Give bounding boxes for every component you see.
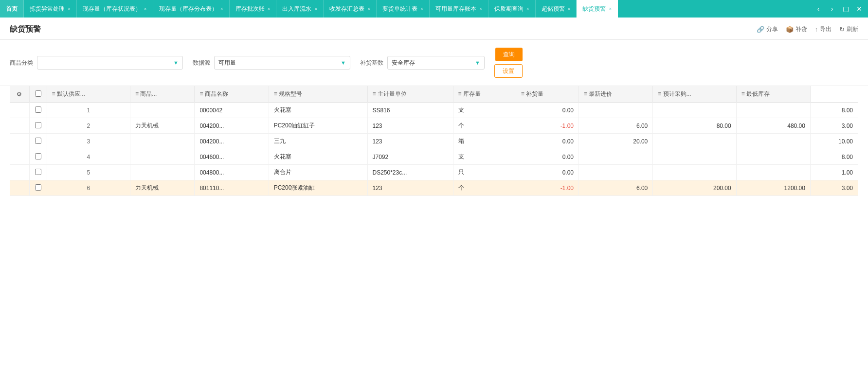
row-checkbox-cell[interactable] bbox=[29, 103, 47, 118]
row-latest-price: 80.00 bbox=[653, 118, 736, 134]
col-gear[interactable]: ⚙ bbox=[10, 86, 29, 103]
col-est-purchase[interactable]: ≡ 预计采购... bbox=[653, 86, 736, 103]
col-code[interactable]: ≡ 商品... bbox=[130, 86, 194, 103]
col-min-stock[interactable]: ≡ 最低库存 bbox=[736, 86, 810, 103]
close-tab-expiry[interactable]: × bbox=[526, 6, 529, 12]
right-controls: 查询 设置 bbox=[494, 48, 523, 78]
row-checkbox[interactable] bbox=[35, 153, 41, 159]
table-container: ⚙ ≡ 默认供应... ≡ 商品... ≡ 商品名称 ≡ bbox=[0, 86, 868, 196]
col-spec[interactable]: ≡ 规格型号 bbox=[269, 86, 367, 103]
close-tab-stock-dist[interactable]: × bbox=[220, 6, 223, 12]
col-name[interactable]: ≡ 商品名称 bbox=[195, 86, 269, 103]
col-check[interactable] bbox=[29, 86, 47, 103]
row-gear-cell bbox=[10, 118, 29, 134]
datasource-value: 可用量 bbox=[218, 59, 236, 67]
select-all-checkbox[interactable] bbox=[35, 90, 41, 97]
datasource-filter-group: 数据源 可用量 ▼ bbox=[193, 56, 350, 70]
row-checkbox[interactable] bbox=[35, 138, 41, 144]
export-button[interactable]: ↑ 导出 bbox=[815, 25, 832, 34]
supplement-button[interactable]: 📦 补货 bbox=[786, 25, 807, 34]
supplement-base-select[interactable]: 安全库存 ▼ bbox=[387, 56, 485, 70]
row-checkbox-cell[interactable] bbox=[29, 165, 47, 180]
close-tab-collect[interactable]: × bbox=[367, 6, 370, 12]
row-min-stock: 8.00 bbox=[810, 103, 858, 118]
refresh-icon: ↻ bbox=[839, 26, 845, 33]
close-tab-abnormal[interactable]: × bbox=[68, 6, 71, 12]
row-checkbox-cell[interactable] bbox=[29, 149, 47, 165]
category-select[interactable]: ▼ bbox=[37, 56, 183, 70]
nav-prev-btn[interactable]: ‹ bbox=[812, 2, 825, 16]
tab-overstock[interactable]: 超储预警 × bbox=[536, 0, 577, 18]
row-checkbox-cell[interactable] bbox=[29, 118, 47, 134]
close-tab-overstock[interactable]: × bbox=[568, 6, 571, 12]
row-gear-cell bbox=[10, 134, 29, 149]
row-checkbox[interactable] bbox=[35, 122, 41, 128]
row-spec: J7092 bbox=[367, 149, 453, 165]
row-supplement bbox=[579, 165, 652, 180]
row-latest-price bbox=[653, 103, 736, 118]
col-supplier[interactable]: ≡ 默认供应... bbox=[47, 86, 130, 103]
table-row: 4004600...火花塞J7092支0.008.00 bbox=[10, 149, 858, 165]
row-code: 004600... bbox=[195, 149, 269, 165]
data-table: ⚙ ≡ 默认供应... ≡ 商品... ≡ 商品名称 ≡ bbox=[10, 86, 858, 196]
nav-next-btn[interactable]: › bbox=[825, 2, 839, 16]
row-checkbox[interactable] bbox=[35, 106, 41, 113]
col-unit[interactable]: ≡ 主计量单位 bbox=[367, 86, 453, 103]
row-est-purchase: 1200.00 bbox=[736, 180, 810, 196]
tab-abnormal[interactable]: 拣货异常处理 × bbox=[24, 0, 77, 18]
page-header: 缺货预警 🔗 分享 📦 补货 ↑ 导出 ↻ 刷新 bbox=[0, 18, 868, 40]
datasource-arrow-icon: ▼ bbox=[341, 60, 346, 66]
row-checkbox-cell[interactable] bbox=[29, 134, 47, 149]
tab-collect[interactable]: 收发存汇总表 × bbox=[324, 0, 377, 18]
close-tab-inout[interactable]: × bbox=[314, 6, 317, 12]
tab-batch[interactable]: 库存批次账 × bbox=[230, 0, 277, 18]
row-name: 三九 bbox=[269, 134, 367, 149]
tab-shortage[interactable]: 缺货预警 × bbox=[577, 0, 618, 18]
share-button[interactable]: 🔗 分享 bbox=[757, 25, 778, 34]
nav-close-btn[interactable]: ✕ bbox=[852, 2, 866, 16]
close-tab-shortage[interactable]: × bbox=[609, 6, 612, 12]
row-spec: DS250*23c... bbox=[367, 165, 453, 180]
col-spec-label: ≡ 规格型号 bbox=[274, 90, 302, 97]
nav-controls: ‹ › ▢ ✕ bbox=[812, 2, 868, 16]
row-code: 004200... bbox=[195, 118, 269, 134]
share-icon: 🔗 bbox=[757, 26, 764, 33]
row-checkbox-cell[interactable] bbox=[29, 180, 47, 196]
row-unit: 支 bbox=[453, 103, 516, 118]
tab-stock-status[interactable]: 现存量（库存状况表） × bbox=[77, 0, 153, 18]
query-button[interactable]: 查询 bbox=[495, 48, 523, 61]
col-est-purchase-label: ≡ 预计采购... bbox=[658, 90, 691, 97]
refresh-button[interactable]: ↻ 刷新 bbox=[839, 25, 858, 34]
row-checkbox[interactable] bbox=[35, 184, 41, 191]
tab-home[interactable]: 首页 bbox=[0, 0, 24, 18]
row-supplier: 力天机械 bbox=[130, 180, 194, 196]
row-number: 2 bbox=[47, 118, 130, 134]
close-tab-available[interactable]: × bbox=[479, 6, 482, 12]
settings-button[interactable]: 设置 bbox=[494, 64, 523, 78]
col-latest-price[interactable]: ≡ 最新进价 bbox=[579, 86, 652, 103]
row-supplement: 6.00 bbox=[579, 180, 652, 196]
close-tab-order-stat[interactable]: × bbox=[420, 6, 423, 12]
nav-restore-btn[interactable]: ▢ bbox=[839, 2, 852, 16]
row-spec: 123 bbox=[367, 134, 453, 149]
row-unit: 个 bbox=[453, 180, 516, 196]
tab-stock-dist[interactable]: 现存量（库存分布表） × bbox=[153, 0, 230, 18]
row-latest-price bbox=[653, 149, 736, 165]
tab-expiry[interactable]: 保质期查询 × bbox=[488, 0, 536, 18]
col-supplement[interactable]: ≡ 补货量 bbox=[516, 86, 579, 103]
row-stock: 0.00 bbox=[516, 134, 579, 149]
tab-inout[interactable]: 出入库流水 × bbox=[276, 0, 324, 18]
row-name: PC200涨紧油缸 bbox=[269, 180, 367, 196]
close-tab-batch[interactable]: × bbox=[268, 6, 271, 12]
row-stock: 0.00 bbox=[516, 103, 579, 118]
close-tab-stock-status[interactable]: × bbox=[144, 6, 147, 12]
tab-order-stat[interactable]: 要货单统计表 × bbox=[377, 0, 430, 18]
datasource-select[interactable]: 可用量 ▼ bbox=[214, 56, 350, 70]
row-checkbox[interactable] bbox=[35, 169, 41, 175]
row-spec: 123 bbox=[367, 118, 453, 134]
tab-available[interactable]: 可用量库存账本 × bbox=[430, 0, 488, 18]
row-est-purchase bbox=[736, 103, 810, 118]
col-code-label: ≡ 商品... bbox=[135, 90, 157, 97]
row-unit: 个 bbox=[453, 118, 516, 134]
col-stock[interactable]: ≡ 库存量 bbox=[453, 86, 516, 103]
